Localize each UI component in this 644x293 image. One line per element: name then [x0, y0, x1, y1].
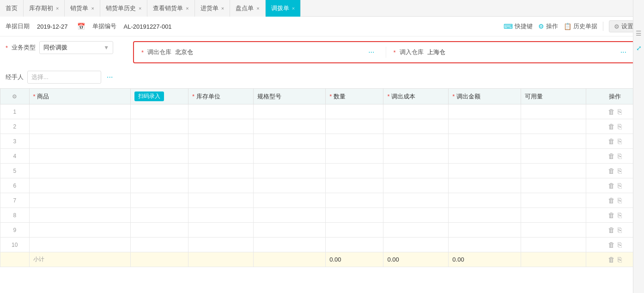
cell-amount[interactable]: [449, 134, 521, 149]
cell-qty[interactable]: [326, 193, 383, 208]
cell-spec[interactable]: [253, 223, 326, 238]
operations-button[interactable]: ⚙ 操作: [538, 22, 558, 31]
cell-qty[interactable]: [326, 149, 383, 164]
delete-icon[interactable]: 🗑: [608, 196, 615, 204]
delete-icon[interactable]: 🗑: [608, 182, 615, 189]
cell-product[interactable]: [29, 238, 130, 252]
business-type-select[interactable]: 同价调拨 ▼: [39, 41, 113, 54]
person-more-icon[interactable]: ···: [107, 73, 113, 81]
delete-icon[interactable]: 🗑: [608, 256, 615, 263]
cell-unit[interactable]: [188, 193, 253, 208]
tab-inventory-init[interactable]: 库存期初 ×: [24, 0, 65, 17]
history-button[interactable]: 📋 历史单据: [564, 22, 597, 31]
cell-available[interactable]: [521, 178, 586, 193]
cell-spec[interactable]: [253, 119, 326, 134]
tab-stocktake[interactable]: 盘点单 ×: [230, 0, 265, 17]
cell-unit[interactable]: [188, 208, 253, 223]
cell-product[interactable]: [29, 223, 130, 238]
sidebar-expand-icon[interactable]: ⤢: [634, 43, 644, 54]
tab-sales-history[interactable]: 销货单历史 ×: [100, 0, 147, 17]
cell-available[interactable]: [521, 119, 586, 134]
cell-qty[interactable]: [326, 119, 383, 134]
cell-spec[interactable]: [253, 208, 326, 223]
delete-icon[interactable]: 🗑: [608, 137, 615, 145]
cell-cost[interactable]: [383, 104, 449, 119]
cell-available[interactable]: [521, 208, 586, 223]
delete-icon[interactable]: 🗑: [608, 122, 615, 130]
tab-home[interactable]: 首页: [0, 0, 24, 17]
tab-inventory-init-close[interactable]: ×: [56, 6, 59, 11]
cell-product[interactable]: [29, 208, 130, 223]
cell-available[interactable]: [521, 193, 586, 208]
cell-spec[interactable]: [253, 238, 326, 252]
cell-available[interactable]: [521, 252, 586, 267]
delete-icon[interactable]: 🗑: [608, 211, 615, 219]
cell-cost[interactable]: [383, 134, 449, 149]
cell-amount[interactable]: [449, 178, 521, 193]
copy-icon[interactable]: ⎘: [618, 211, 622, 219]
delete-icon[interactable]: 🗑: [608, 152, 615, 160]
cell-available[interactable]: [521, 164, 586, 178]
cell-qty[interactable]: [326, 164, 383, 178]
cell-amount[interactable]: [449, 238, 521, 252]
cell-qty[interactable]: [326, 134, 383, 149]
cell-product[interactable]: [29, 164, 130, 178]
cell-spec[interactable]: [253, 193, 326, 208]
cell-qty[interactable]: [326, 223, 383, 238]
cell-cost[interactable]: [383, 238, 449, 252]
copy-icon[interactable]: ⎘: [618, 108, 622, 116]
cell-unit[interactable]: [188, 223, 253, 238]
cell-cost[interactable]: [383, 119, 449, 134]
tab-purchase[interactable]: 进货单 ×: [195, 0, 230, 17]
copy-icon[interactable]: ⎘: [618, 226, 622, 234]
cell-cost[interactable]: 0.00: [383, 252, 449, 267]
th-settings[interactable]: ⚙: [0, 89, 30, 104]
cell-unit[interactable]: [188, 134, 253, 149]
cell-cost[interactable]: [383, 164, 449, 178]
copy-icon[interactable]: ⎘: [618, 196, 622, 204]
cell-unit[interactable]: [188, 178, 253, 193]
transfer-out-more-icon[interactable]: ···: [365, 48, 378, 56]
cell-unit[interactable]: [188, 164, 253, 178]
subtotal-label[interactable]: 小计: [29, 252, 130, 267]
copy-icon[interactable]: ⎘: [618, 167, 622, 175]
delete-icon[interactable]: 🗑: [608, 226, 615, 234]
cell-qty[interactable]: 0.00: [326, 252, 383, 267]
tab-sales-order[interactable]: 销货单 ×: [65, 0, 100, 17]
tab-transfer[interactable]: 调拨单 ×: [266, 0, 301, 17]
cell-product[interactable]: [29, 119, 130, 134]
cell-amount[interactable]: [449, 164, 521, 178]
person-select[interactable]: 选择...: [27, 71, 101, 84]
cell-product[interactable]: [29, 178, 130, 193]
tab-stocktake-close[interactable]: ×: [256, 6, 259, 11]
cell-available[interactable]: [521, 223, 586, 238]
calendar-icon[interactable]: 📅: [77, 23, 85, 30]
scan-button[interactable]: 扫码录入: [134, 92, 164, 101]
cell-cost[interactable]: [383, 149, 449, 164]
cell-product[interactable]: [29, 193, 130, 208]
cell-spec[interactable]: [253, 134, 326, 149]
copy-icon[interactable]: ⎘: [618, 241, 622, 249]
cell-amount[interactable]: 0.00: [449, 252, 521, 267]
cell-qty[interactable]: [326, 104, 383, 119]
shortcuts-button[interactable]: ⌨ 快捷键: [504, 22, 533, 31]
cell-product[interactable]: [29, 104, 130, 119]
cell-qty[interactable]: [326, 178, 383, 193]
delete-icon[interactable]: 🗑: [608, 241, 615, 249]
cell-amount[interactable]: [449, 104, 521, 119]
cell-spec[interactable]: [253, 252, 326, 267]
cell-unit[interactable]: [188, 149, 253, 164]
cell-unit[interactable]: [188, 119, 253, 134]
cell-spec[interactable]: [253, 149, 326, 164]
cell-spec[interactable]: [253, 178, 326, 193]
cell-available[interactable]: [521, 238, 586, 252]
cell-cost[interactable]: [383, 208, 449, 223]
cell-cost[interactable]: [383, 223, 449, 238]
cell-product[interactable]: [29, 134, 130, 149]
tab-view-sales[interactable]: 查看销货单 ×: [147, 0, 194, 17]
copy-icon[interactable]: ⎘: [618, 182, 622, 189]
tab-transfer-close[interactable]: ×: [292, 6, 295, 11]
cell-available[interactable]: [521, 149, 586, 164]
cell-available[interactable]: [521, 104, 586, 119]
cell-cost[interactable]: [383, 178, 449, 193]
